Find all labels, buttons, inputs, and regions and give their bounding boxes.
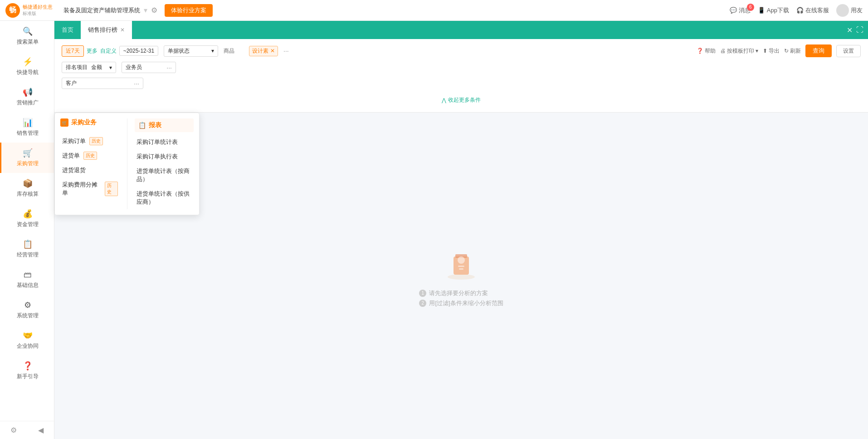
collapse-sidebar-btn[interactable]: ◀: [38, 426, 44, 434]
filter-toolbar: 近7天 更多 自定义 ~2025-12-31 单据状态 ▾ 商品 设计素 ✕: [54, 39, 868, 113]
filter-row-2: 排名项目 金额 ▾ 业务员 ···: [62, 62, 861, 73]
settings-btn[interactable]: 设置: [836, 45, 861, 57]
tab-close-all-icon[interactable]: ✕: [847, 26, 853, 35]
menu-item-purchase-in-stat-supplier[interactable]: 进货单统计表（按供应商）: [135, 187, 194, 209]
date-range-input[interactable]: ~2025-12-31: [119, 46, 158, 56]
sidebar-item-sales[interactable]: 📊 销售管理: [0, 112, 54, 143]
tip1-num: 1: [419, 290, 426, 297]
purchase-col-title: 采购业务: [71, 118, 97, 127]
sidebar-item-system[interactable]: ⚙ 系统管理: [0, 295, 54, 325]
sidebar-item-quick-nav[interactable]: ⚡ 快捷导航: [0, 51, 54, 82]
dropdown-cols: 🛒 采购业务 采购订单 历史 进货单 历史 进货退货 采购费用分摊单 历史: [55, 118, 199, 209]
purchase-order-history-badge: 历史: [89, 137, 103, 145]
rank-dropdown-icon: ▾: [109, 64, 112, 71]
app-download-btn[interactable]: 📱 App下载: [758, 6, 789, 15]
app-download-label: App下载: [767, 6, 789, 15]
logo-area: 畅 畅捷通好生意 标准版: [5, 3, 60, 18]
date-btn-7days[interactable]: 近7天: [62, 45, 84, 57]
toolbar-right: ❓ 帮助 🖨 按模板打印 ▾ ⬆ 导出 ↻: [697, 44, 861, 57]
messages-btn[interactable]: 💬 消息 6: [730, 6, 751, 15]
more-options-icon[interactable]: ···: [283, 47, 289, 54]
purchase-in-label: 进货单: [62, 152, 80, 160]
empty-icon: [441, 243, 482, 284]
settings-icon[interactable]: ⚙: [151, 6, 157, 15]
product-label: 商品: [224, 47, 246, 55]
header-right: 💬 消息 6 📱 App下载 🎧 在线客服 用友: [730, 4, 863, 17]
help-btn[interactable]: ❓ 帮助: [697, 47, 716, 55]
menu-item-purchase-in[interactable]: 进货单 历史: [60, 148, 120, 163]
sidebar-item-operation[interactable]: 📋 经营管理: [0, 234, 54, 264]
sidebar-item-basic[interactable]: 🗃 基础信息: [0, 264, 54, 295]
purchase-dropdown-menu: 🛒 采购业务 采购订单 历史 进货单 历史 进货退货 采购费用分摊单 历史: [54, 113, 200, 215]
collapse-label: 收起更多条件: [448, 96, 481, 104]
sidebar-item-search[interactable]: 🔍 搜索菜单: [0, 21, 54, 51]
industry-btn[interactable]: 体验行业方案: [165, 4, 213, 17]
menu-item-purchase-return[interactable]: 进货退货: [60, 163, 120, 178]
online-service-label: 在线客服: [805, 6, 829, 15]
sidebar-item-finance[interactable]: 💰 资金管理: [0, 203, 54, 234]
status-select[interactable]: 单据状态 ▾: [164, 45, 218, 57]
sidebar-item-inventory[interactable]: 📦 库存核算: [0, 173, 54, 203]
print-icon: 🖨: [720, 48, 726, 54]
query-btn[interactable]: 查询: [805, 44, 832, 57]
purchase-expense-history-badge: 历史: [105, 182, 118, 196]
svg-point-3: [458, 256, 465, 264]
print-dropdown-icon: ▾: [756, 48, 758, 54]
date-btn-more[interactable]: 更多: [87, 47, 98, 55]
staff-more-icon: ···: [166, 64, 172, 71]
filter-row-3: 客户 ···: [62, 78, 861, 89]
purchase-in-history-badge: 历史: [83, 152, 97, 160]
customer-select[interactable]: 客户 ···: [62, 78, 143, 89]
sidebar-label-system: 系统管理: [17, 312, 39, 320]
basic-icon: 🗃: [23, 270, 33, 280]
brand-name: 畅捷通好生意: [23, 4, 53, 10]
refresh-icon: ↻: [784, 48, 789, 54]
product-tag-close-icon[interactable]: ✕: [270, 48, 275, 54]
refresh-btn[interactable]: ↻ 刷新: [784, 47, 801, 55]
sidebar-item-marketing[interactable]: 📢 营销推广: [0, 82, 54, 112]
sidebar-label-marketing: 营销推广: [17, 99, 39, 107]
settings-bottom-btn[interactable]: ⚙: [10, 426, 17, 434]
purchase-in-stat-supplier-label: 进货单统计表（按供应商）: [137, 190, 192, 206]
tab-home[interactable]: 首页: [54, 21, 81, 39]
date-btn-custom[interactable]: 自定义: [100, 47, 117, 55]
tab-fullscreen-icon[interactable]: ⛶: [856, 26, 863, 34]
export-btn[interactable]: ⬆ 导出: [763, 47, 780, 55]
menu-item-purchase-order-exec[interactable]: 采购订单执行表: [135, 149, 194, 164]
collapse-btn[interactable]: ⋀ 收起更多条件: [62, 94, 861, 107]
sidebar-label-sales: 销售管理: [17, 129, 39, 137]
export-label: 导出: [769, 47, 780, 55]
online-service-btn[interactable]: 🎧 在线客服: [796, 6, 829, 15]
staff-select[interactable]: 业务员 ···: [122, 62, 176, 73]
sidebar-item-purchase[interactable]: 🛒 采购管理: [0, 143, 54, 173]
menu-item-purchase-expense[interactable]: 采购费用分摊单 历史: [60, 178, 120, 200]
quick-nav-icon: ⚡: [23, 57, 33, 67]
print-btn[interactable]: 🖨 按模板打印 ▾: [720, 47, 758, 55]
system-name: 装备及固定资产辅助管理系统: [63, 6, 140, 15]
menu-item-purchase-order[interactable]: 采购订单 历史: [60, 134, 120, 148]
dropdown-col-report: 📋 报表 采购订单统计表 采购订单执行表 进货单统计表（按商品） 进货单统计表（…: [129, 118, 200, 209]
purchase-order-exec-label: 采购订单执行表: [137, 153, 178, 161]
menu-item-purchase-in-stat-product[interactable]: 进货单统计表（按商品）: [135, 164, 194, 187]
svg-rect-5: [459, 268, 463, 270]
sidebar-item-guide[interactable]: ❓ 新手引导: [0, 355, 54, 386]
rank-select[interactable]: 排名项目 金额 ▾: [62, 62, 116, 73]
export-icon: ⬆: [763, 48, 767, 54]
finance-icon: 💰: [23, 209, 33, 219]
sidebar-label-purchase: 采购管理: [17, 160, 39, 168]
sales-icon: 📊: [23, 118, 33, 128]
customer-label: 客户: [66, 79, 77, 87]
user-btn[interactable]: 用友: [836, 4, 863, 17]
logo-text-block: 畅捷通好生意 标准版: [23, 4, 53, 16]
tab-sales-rank[interactable]: 销售排行榜 ✕: [81, 21, 132, 39]
sidebar-item-enterprise[interactable]: 🤝 企业协同: [0, 325, 54, 355]
menu-item-purchase-order-stat[interactable]: 采购订单统计表: [135, 135, 194, 149]
dropdown-arrow-icon[interactable]: ▾: [144, 6, 147, 15]
staff-label: 业务员: [126, 64, 142, 71]
purchase-return-label: 进货退货: [62, 166, 86, 174]
sidebar-label-inventory: 库存核算: [17, 190, 39, 198]
report-col-icon: 📋: [138, 122, 146, 129]
dropdown-divider: [127, 118, 127, 209]
tab-close-icon[interactable]: ✕: [120, 27, 125, 33]
logo-icon: 畅: [5, 3, 20, 18]
